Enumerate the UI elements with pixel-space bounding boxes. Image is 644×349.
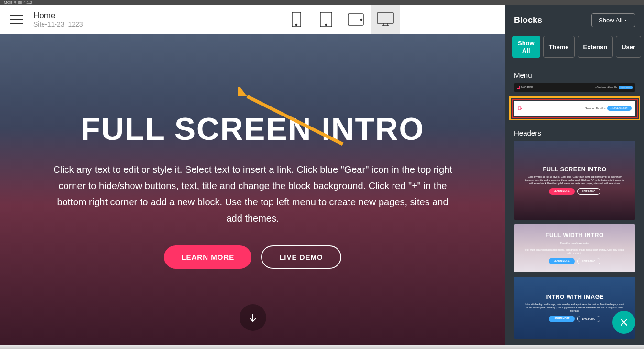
os-taskbar (0, 345, 644, 349)
hero-title[interactable]: FULL SCREEN INTRO (81, 111, 424, 147)
svg-point-5 (361, 19, 362, 20)
logo-icon (518, 106, 523, 111)
category-headers: Headers (505, 124, 644, 141)
filter-extensions[interactable]: Extensn (578, 36, 613, 58)
scroll-down-icon[interactable] (240, 304, 266, 331)
device-desktop-icon[interactable] (371, 5, 400, 34)
device-tablet-portrait-icon[interactable] (311, 5, 341, 34)
filter-user[interactable]: User (616, 36, 641, 58)
device-tablet-landscape-icon[interactable] (341, 5, 371, 34)
blocks-sidebar: Blocks Show All Show All Theme Extensn U… (505, 5, 644, 345)
filter-show-all[interactable]: Show All (512, 36, 540, 58)
live-demo-button[interactable]: LIVE DEMO (261, 245, 341, 269)
editor-canvas[interactable]: FULL SCREEN INTRO Click any text to edit… (0, 34, 505, 345)
svg-rect-6 (377, 13, 393, 23)
page-name[interactable]: Home (33, 11, 83, 21)
editor-topbar: Home Site-11-23_1223 (0, 5, 505, 34)
menu-block-dark[interactable]: MOBIRISE ⌕ Services About Us Try It Now! (514, 83, 635, 92)
svg-point-3 (326, 24, 327, 25)
device-preview-toggle (282, 5, 400, 34)
filter-theme[interactable]: Theme (543, 36, 575, 58)
close-panel-button[interactable] (612, 311, 635, 334)
page-info: Home Site-11-23_1223 (33, 11, 83, 28)
header-block-fullwidth[interactable]: FULL WIDTH INTRO Beautiful mobile websit… (514, 224, 635, 272)
window-titlebar: MOBIRISE 4.1.2 (0, 0, 644, 5)
menu-hamburger-icon[interactable] (10, 15, 23, 24)
category-menu: Menu (505, 66, 644, 83)
svg-rect-8 (518, 107, 521, 110)
svg-point-1 (296, 24, 297, 25)
learn-more-button[interactable]: LEARN MORE (164, 245, 251, 269)
hero-block: FULL SCREEN INTRO Click any text to edit… (0, 34, 505, 345)
hero-description[interactable]: Click any text to edit or style it. Sele… (50, 161, 456, 226)
close-icon (619, 317, 629, 327)
chevron-up-icon (624, 19, 628, 22)
site-name[interactable]: Site-11-23_1223 (33, 21, 83, 28)
sidebar-title: Blocks (514, 15, 542, 25)
device-phone-icon[interactable] (282, 5, 311, 34)
menu-block-light-highlighted[interactable]: Services About Us +1-234-567-8901 (509, 96, 640, 120)
header-block-fullscreen[interactable]: FULL SCREEN INTRO Click any text to edit… (514, 141, 635, 220)
show-all-dropdown[interactable]: Show All (591, 13, 635, 27)
